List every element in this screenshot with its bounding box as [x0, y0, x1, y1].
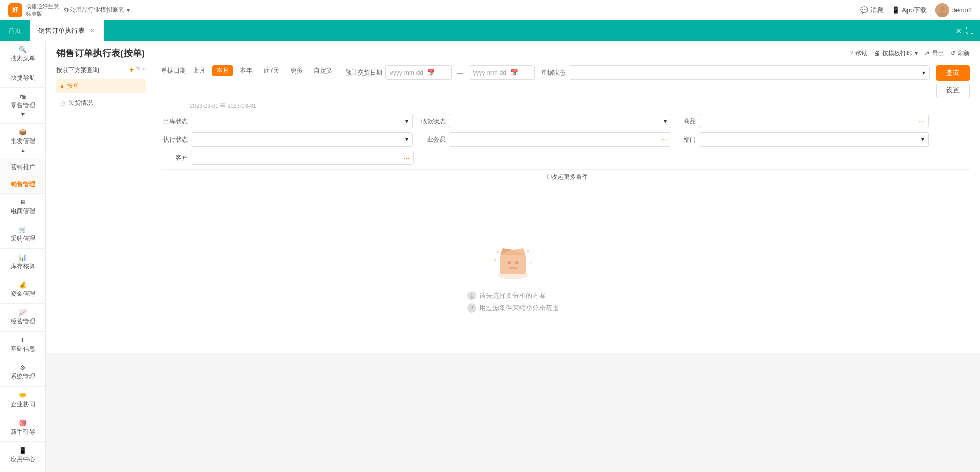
wholesale-label: 批发管理 [11, 137, 35, 146]
sidebar-item-sales[interactable]: 销售管理 [0, 176, 45, 194]
breadcrumb-text: 办公用品行业模拟账套 [63, 6, 125, 14]
svg-point-9 [495, 259, 496, 261]
app-download-action[interactable]: 📱 App下载 [892, 6, 927, 15]
filter-right-section: 单据日期 上月 本月 本年 近7天 更多 自定义 预计交货日期 [153, 65, 970, 184]
sidebar-search-label: 搜索菜单 [11, 54, 35, 63]
search-button[interactable]: 查询 [936, 65, 970, 81]
sidebar-item-business[interactable]: 📈 经营管理 [0, 304, 45, 332]
top-header: 好 畅捷通好生意 标准版 办公用品行业模拟账套 ▾ 💬 消息 📱 App下载 [0, 0, 980, 20]
newbie-icon: 🎯 [19, 419, 27, 427]
settings-button[interactable]: 设置 [936, 83, 970, 98]
tab-home[interactable]: 首页 [0, 20, 30, 41]
scheme-item-debt[interactable]: ◷ 欠货情况 [56, 96, 146, 110]
app-logo: 好 [8, 3, 22, 17]
retail-icon: 🛍 [20, 93, 26, 100]
retail-expand-icon: ▾ [21, 111, 24, 118]
calendar-end-icon: 📅 [510, 69, 518, 76]
message-action[interactable]: 💬 消息 [860, 6, 884, 15]
collapse-btn[interactable]: 《 收起更多条件 [161, 169, 970, 184]
scheme-header-label: 按以下方案查询 [56, 66, 99, 75]
download-icon: 📱 [892, 6, 900, 14]
scheme-header: 按以下方案查询 + ✎ « [56, 65, 146, 75]
sidebar-item-enterprise[interactable]: 🤝 企业协同 [0, 387, 45, 414]
goods-dots-icon[interactable]: ··· [918, 117, 924, 125]
sidebar-item-basic[interactable]: ℹ 基础信息 [0, 332, 45, 359]
export-btn[interactable]: ↗ 导出 [924, 49, 944, 58]
delivery-date-end-placeholder: yyyy-mm-dd [473, 69, 506, 76]
scheme-collapse-icon[interactable]: « [143, 65, 146, 75]
refresh-btn[interactable]: ↺ 刷新 [950, 49, 970, 58]
sidebar-item-inventory[interactable]: 📊 库存核算 [0, 249, 45, 276]
header-left: 好 畅捷通好生意 标准版 办公用品行业模拟账套 ▾ [8, 3, 130, 17]
department-label: 部门 [677, 135, 696, 144]
sidebar-item-purchase[interactable]: 🛒 采购管理 [0, 221, 45, 249]
scheme-edit-icon[interactable]: ✎ [136, 65, 141, 75]
wholesale-expand-icon: ▴ [21, 147, 24, 154]
execution-status-select[interactable]: ▾ [191, 132, 413, 147]
empty-illustration [487, 232, 538, 283]
sidebar-item-marketing[interactable]: 营销推广 [0, 159, 45, 176]
sidebar-quick-nav[interactable]: 快捷导航 [0, 68, 45, 88]
breadcrumb-dropdown-icon[interactable]: ▾ [127, 7, 130, 14]
tab-close-all-icon[interactable]: ✕ [955, 26, 962, 36]
title-actions: ? 帮助 🖨 按模板打印 ▾ ↗ 导出 ↺ 刷新 [850, 49, 970, 58]
user-avatar [935, 3, 949, 17]
retail-label: 零售管理 [11, 101, 35, 110]
user-action[interactable]: demo2 [935, 3, 972, 17]
delivery-date-end-input[interactable]: yyyy-mm-dd 📅 [469, 65, 535, 80]
tip-num-2: 2 [467, 303, 476, 313]
salesperson-dots-icon[interactable]: ··· [660, 135, 667, 144]
finance-label: 资金管理 [11, 290, 35, 298]
scheme-add-icon[interactable]: + [129, 65, 134, 75]
sidebar-search[interactable]: 🔍 搜索菜单 [0, 41, 45, 68]
print-btn[interactable]: 🖨 按模板打印 ▾ [874, 49, 918, 58]
date-btn-custom[interactable]: 自定义 [310, 65, 336, 76]
refresh-icon: ↺ [950, 50, 955, 57]
sidebar-item-wholesale[interactable]: 📦 批发管理 ▴ [0, 124, 45, 159]
date-btn-last-month[interactable]: 上月 [189, 65, 209, 76]
export-icon: ↗ [924, 49, 930, 57]
tab-close-icon[interactable]: ✕ [90, 27, 95, 34]
delivery-status-select[interactable]: ▾ [191, 114, 413, 128]
customer-dots-icon[interactable]: ··· [404, 154, 410, 162]
user-name: demo2 [951, 6, 972, 14]
date-btn-this-month[interactable]: 本月 [212, 65, 233, 76]
delivery-date-start-input[interactable]: yyyy-mm-dd 📅 [385, 65, 452, 80]
tab-sales-order[interactable]: 销售订单执行表 ✕ [30, 20, 104, 41]
basic-label: 基础信息 [11, 345, 35, 353]
sidebar-item-ecommerce[interactable]: 🖥 电商管理 [0, 194, 45, 221]
payment-status-select[interactable]: ▾ [449, 114, 671, 128]
sidebar-item-system[interactable]: ⚙ 系统管理 [0, 359, 45, 387]
date-btn-last-7days[interactable]: 近7天 [259, 65, 283, 76]
payment-status-label: 收款状态 [419, 117, 446, 126]
customer-input[interactable]: ··· [191, 151, 414, 165]
sidebar-item-wechat[interactable]: 💬 企业微信 [0, 469, 45, 472]
expected-delivery-label: 预计交货日期 [346, 68, 382, 77]
doc-status-label: 单据状态 [541, 68, 566, 77]
expected-delivery-section: 预计交货日期 yyyy-mm-dd 📅 — yyyy-mm-dd 📅 [346, 65, 535, 80]
customer-label: 客户 [161, 154, 188, 162]
delivery-status-chevron: ▾ [405, 117, 408, 125]
department-select[interactable]: ▾ [699, 132, 929, 147]
scheme-header-actions: + ✎ « [129, 65, 146, 75]
print-dropdown-icon: ▾ [915, 50, 918, 57]
purchase-icon: 🛒 [19, 226, 27, 233]
sidebar-item-newbie[interactable]: 🎯 新手引导 [0, 414, 45, 442]
app-download-label: App下载 [902, 6, 927, 15]
doc-status-select[interactable]: ▾ [569, 65, 930, 80]
scheme-item-order[interactable]: ● 按单 [56, 79, 146, 93]
quick-nav-label: 快捷导航 [11, 74, 35, 82]
sidebar-item-appstore[interactable]: 📱 应用中心 [0, 442, 45, 469]
sidebar-item-retail[interactable]: 🛍 零售管理 ▾ [0, 88, 45, 124]
goods-input[interactable]: ··· [699, 114, 929, 128]
date-btn-this-year[interactable]: 本年 [236, 65, 256, 76]
salesperson-input[interactable]: ··· [449, 132, 671, 147]
tab-maximize-icon[interactable]: ⛶ [966, 26, 974, 35]
basic-icon: ℹ [21, 337, 24, 344]
content-area: 销售订单执行表(按单) ? 帮助 🖨 按模板打印 ▾ ↗ 导出 [46, 41, 980, 472]
collapse-up-icon: 《 [543, 173, 549, 181]
sidebar-item-finance[interactable]: 💰 资金管理 [0, 276, 45, 304]
filter-row-2: 出库状态 ▾ 收款状态 ▾ [161, 114, 970, 128]
date-btn-more[interactable]: 更多 [286, 65, 307, 76]
help-btn[interactable]: ? 帮助 [850, 49, 868, 58]
